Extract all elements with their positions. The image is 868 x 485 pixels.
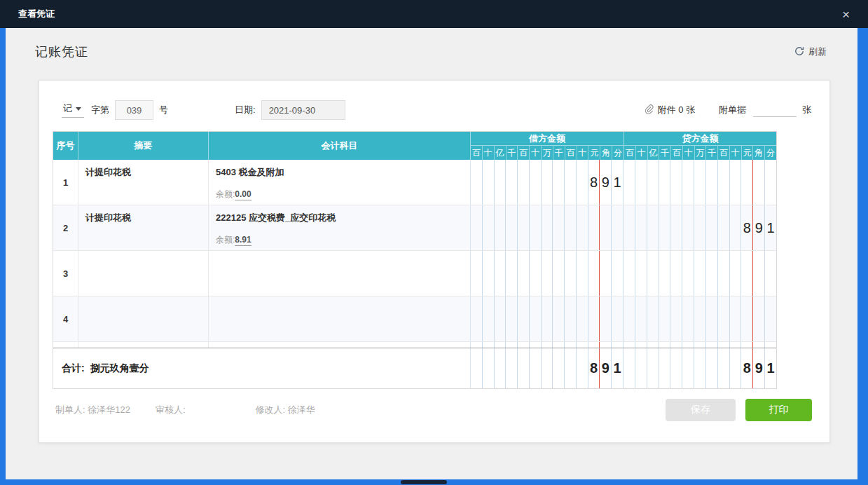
table-row[interactable]: 1计提印花税5403 税金及附加余额:0.00891 xyxy=(53,160,776,205)
table-row[interactable]: 2计提印花税222125 应交税费_应交印花税余额:8.91891 xyxy=(53,205,776,251)
amount-digit-cell xyxy=(483,160,495,205)
dialog-titlebar: 查看凭证 × xyxy=(0,0,868,28)
amount-digit-cell xyxy=(647,348,659,388)
digit-column-label: 百 xyxy=(471,146,483,160)
amount-digit-cell xyxy=(706,205,718,250)
amount-digit-cell xyxy=(624,348,635,388)
amount-digit-cell xyxy=(718,205,730,250)
row-seq: 1 xyxy=(53,160,78,205)
total-amount-words: 捌元玖角壹分 xyxy=(90,362,149,375)
amount-digit-cell xyxy=(483,205,495,250)
amount-digit-cell xyxy=(670,296,682,341)
amount-digit-cell xyxy=(506,342,518,348)
amount-digit-cell xyxy=(471,205,483,250)
voucher-number-input[interactable] xyxy=(115,100,153,120)
date-input[interactable] xyxy=(261,100,345,120)
digit-column-label: 百 xyxy=(624,146,636,160)
digit-column-label: 万 xyxy=(542,146,553,160)
amount-digit-cell xyxy=(518,296,530,341)
amount-digit-cell: 1 xyxy=(765,348,776,388)
digit-column-label: 十 xyxy=(730,146,742,160)
dialog-title: 查看凭证 xyxy=(18,8,55,20)
digit-column-label: 百 xyxy=(718,146,730,160)
amount-digit-cell xyxy=(553,160,565,205)
digit-column-label: 元 xyxy=(588,146,600,160)
table-row[interactable]: 4 xyxy=(53,296,776,342)
voucher-type-select[interactable]: 记 xyxy=(62,102,84,118)
amount-digit-cell xyxy=(730,160,742,205)
balance-label: 余额: xyxy=(216,189,235,199)
maker-label: 制单人: 徐泽华122 xyxy=(55,404,130,416)
amount-digit-cell xyxy=(495,348,507,388)
amount-digit-cell xyxy=(530,251,542,296)
amount-digit-cell xyxy=(542,296,553,341)
amount-digit-cell xyxy=(565,348,577,388)
amount-digit-cell xyxy=(542,348,553,388)
amount-digit-cell xyxy=(612,205,624,250)
amount-digit-cell xyxy=(730,342,742,348)
save-button[interactable]: 保存 xyxy=(666,399,736,421)
digit-column-label: 百 xyxy=(565,146,577,160)
debit-digit-header: 百十亿千百十万千百十元角分 xyxy=(471,146,624,160)
refresh-label: 刷新 xyxy=(808,46,827,58)
digit-column-label: 百 xyxy=(518,146,530,160)
print-button[interactable]: 打印 xyxy=(745,399,812,421)
row-seq: 3 xyxy=(53,251,78,296)
amount-digit-cell xyxy=(506,251,518,296)
modifier-label: 修改人: 徐泽华 xyxy=(256,404,315,416)
row-seq xyxy=(53,342,78,348)
attachment-label: 附件 0 张 xyxy=(658,104,695,116)
close-icon[interactable]: × xyxy=(842,8,850,21)
header-debit-title: 借方金额 xyxy=(471,132,624,146)
total-debit-amount: 891 xyxy=(471,348,624,388)
amount-digit-cell xyxy=(718,251,730,296)
digit-column-label: 十 xyxy=(577,146,589,160)
digit-column-label: 万 xyxy=(695,146,707,160)
attached-doc-count-input[interactable] xyxy=(753,103,797,117)
amount-digit-cell xyxy=(694,296,706,341)
amount-digit-cell xyxy=(506,160,518,205)
account-balance: 余额:0.00 xyxy=(216,189,463,200)
amount-digit-cell xyxy=(542,251,553,296)
amount-digit-cell xyxy=(506,205,518,250)
amount-digit-cell xyxy=(530,160,542,205)
attachment-link[interactable]: 附件 0 张 xyxy=(644,104,695,116)
amount-digit-cell xyxy=(600,251,612,296)
amount-digit-cell xyxy=(483,342,495,348)
amount-digit-cell xyxy=(706,160,718,205)
amount-digit-cell: 9 xyxy=(753,205,765,250)
refresh-button[interactable]: 刷新 xyxy=(794,46,827,58)
digit-column-label: 百 xyxy=(671,146,683,160)
page-title: 记账凭证 xyxy=(35,43,88,60)
digit-column-label: 亿 xyxy=(648,146,660,160)
amount-digit-cell xyxy=(612,342,624,348)
amount-digit-cell xyxy=(612,251,624,296)
amount-digit-cell xyxy=(495,160,507,205)
number-suffix: 号 xyxy=(159,104,168,116)
row-seq: 2 xyxy=(53,205,78,250)
amount-digit-cell xyxy=(577,342,588,348)
voucher-table: 序号 摘要 会计科目 借方金额 百十亿千百十万千百十元角分 贷方金额 百十亿千百… xyxy=(53,131,777,389)
amount-digit-cell xyxy=(718,296,730,341)
amount-digit-cell: 1 xyxy=(612,348,624,388)
amount-digit-cell xyxy=(670,348,682,388)
attachment-group: 附件 0 张 附单据 张 xyxy=(644,103,813,117)
horizontal-scrollbar-thumb[interactable] xyxy=(401,480,447,484)
amount-digit-cell xyxy=(612,296,624,341)
amount-digit-cell xyxy=(471,342,483,348)
amount-digit-cell xyxy=(588,205,600,250)
amount-digit-cell xyxy=(553,296,565,341)
amount-digit-cell xyxy=(635,251,647,296)
amount-digit-cell xyxy=(670,160,682,205)
amount-digit-cell xyxy=(495,205,507,250)
row-debit-amount xyxy=(471,251,624,296)
amount-digit-cell xyxy=(659,296,671,341)
amount-digit-cell xyxy=(706,348,718,388)
row-credit-amount: 891 xyxy=(624,205,776,250)
amount-digit-cell xyxy=(495,342,507,348)
amount-digit-cell xyxy=(635,205,647,250)
amount-digit-cell xyxy=(518,205,530,250)
amount-digit-cell: 8 xyxy=(741,205,753,250)
amount-digit-cell xyxy=(670,251,682,296)
table-row[interactable]: 3 xyxy=(53,251,776,296)
